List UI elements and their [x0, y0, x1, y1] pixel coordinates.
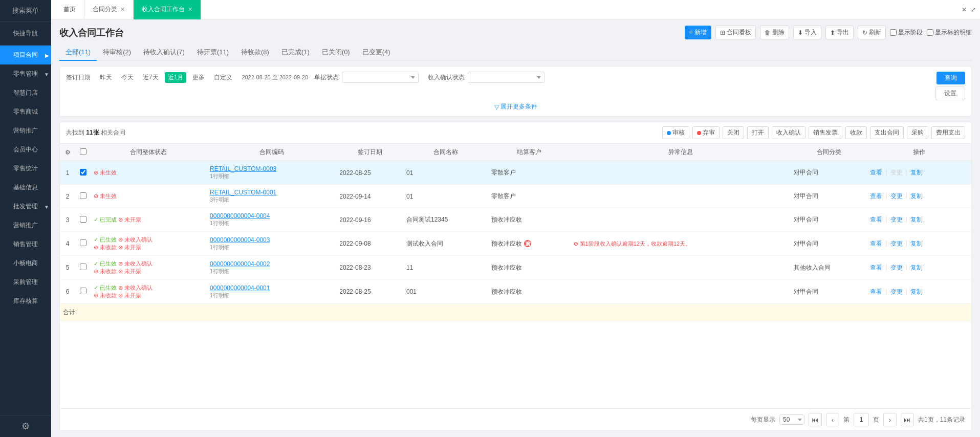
status-tab-pending-income-confirm[interactable]: 待收入确认(7)	[137, 45, 191, 61]
sidebar-item-project[interactable]: 项目合同 ▶	[0, 46, 51, 64]
tab-contract-category[interactable]: 合同分类 ✕	[84, 0, 134, 19]
row-contract-code[interactable]: RETAIL_CUSTOM-00031行明细	[207, 161, 336, 185]
show-detail-input[interactable]	[927, 29, 933, 36]
action-link-变更[interactable]: 变更	[890, 168, 903, 177]
row-select-checkbox[interactable]	[80, 216, 86, 223]
action-link-变更[interactable]: 变更	[890, 215, 903, 224]
row-select-checkbox[interactable]	[80, 239, 86, 246]
expand-more-btn[interactable]: ▽ 展开更多条件	[494, 102, 537, 111]
settings-filter-button[interactable]: 设置	[935, 86, 965, 100]
import-button[interactable]: ⬇ 导入	[793, 26, 821, 39]
table-scroll[interactable]: ⚙ 合同整体状态 合同编码 签订日期 合同名称 结算客户 异常信息 合同分类 操…	[60, 144, 971, 408]
tab-income-contract[interactable]: 收入合同工作台 ✕	[134, 0, 201, 19]
action-link-查看[interactable]: 查看	[870, 168, 882, 177]
action-abandon[interactable]: 弃审	[692, 126, 720, 139]
export-button[interactable]: ⬆ 导出	[825, 26, 854, 39]
show-detail-checkbox[interactable]: 显示标的明细	[927, 28, 972, 37]
sidebar-item-stock-calc[interactable]: 库存核算	[0, 292, 51, 311]
sidebar-item-basic-info[interactable]: 基础信息	[0, 178, 51, 197]
action-link-变更[interactable]: 变更	[890, 239, 903, 248]
income-confirm-select[interactable]	[468, 72, 545, 83]
last-page-btn[interactable]: ⏭	[901, 413, 914, 426]
search-button[interactable]: 查询	[937, 72, 965, 84]
sidebar-item-retail-stats[interactable]: 零售统计	[0, 159, 51, 178]
action-link-复制[interactable]: 复制	[910, 264, 923, 272]
close-icon[interactable]: ✕	[188, 6, 192, 13]
action-link-查看[interactable]: 查看	[870, 192, 882, 201]
next-page-btn[interactable]: ›	[883, 413, 897, 426]
date-btn-1month[interactable]: 近1月	[165, 72, 187, 83]
sidebar-item-member[interactable]: 会员中心	[0, 140, 51, 159]
doc-status-select[interactable]	[342, 72, 419, 83]
action-link-查看[interactable]: 查看	[870, 239, 882, 248]
contract-code-link[interactable]: 0000000000004-0003	[210, 236, 270, 244]
status-tab-closed[interactable]: 已关闭(0)	[316, 45, 356, 61]
status-tab-changed[interactable]: 已变更(4)	[356, 45, 397, 61]
prev-page-btn[interactable]: ‹	[826, 413, 839, 426]
sidebar-item-wholesale-mgmt[interactable]: 批发管理 ▼	[0, 197, 51, 216]
per-page-select[interactable]: 50 10 20 100	[779, 414, 804, 425]
action-close[interactable]: 关闭	[723, 126, 744, 139]
action-link-查看[interactable]: 查看	[870, 288, 882, 296]
first-page-btn[interactable]: ⏮	[809, 413, 822, 426]
new-button[interactable]: + 新增	[685, 26, 711, 39]
date-btn-custom[interactable]: 自定义	[211, 72, 235, 83]
date-btn-more[interactable]: 更多	[189, 72, 208, 83]
action-open[interactable]: 打开	[747, 126, 769, 139]
action-expense-out[interactable]: 费用支出	[931, 126, 965, 139]
action-review[interactable]: 审核	[662, 126, 689, 139]
status-tab-all[interactable]: 全部(11)	[59, 45, 97, 61]
show-stage-input[interactable]	[890, 29, 897, 36]
sidebar-item-marketing[interactable]: 营销推广	[0, 121, 51, 140]
action-link-复制[interactable]: 复制	[910, 239, 923, 248]
action-link-变更[interactable]: 变更	[890, 288, 903, 296]
action-payment[interactable]: 收款	[845, 126, 867, 139]
contract-code-link[interactable]: 0000000000004-0002	[210, 260, 270, 268]
sidebar-item-purchase-mgmt[interactable]: 采购管理	[0, 273, 51, 292]
refresh-button[interactable]: ↻ 刷新	[858, 26, 886, 39]
sidebar-item-marketing2[interactable]: 营销推广	[0, 216, 51, 235]
sidebar-item-sales-mgmt[interactable]: 销售管理	[0, 235, 51, 254]
row-contract-code[interactable]: 0000000000004-00031行明细	[207, 232, 336, 256]
date-btn-today[interactable]: 今天	[118, 72, 137, 83]
sidebar-item-xiaochangec[interactable]: 小畅电商	[0, 254, 51, 273]
status-tab-completed[interactable]: 已完成(1)	[275, 45, 316, 61]
row-contract-code[interactable]: RETAIL_CUSTOM-00013行明细	[207, 185, 336, 208]
maximize-window-icon[interactable]: ⤢	[971, 6, 976, 13]
row-select-checkbox[interactable]	[80, 169, 86, 176]
date-btn-yesterday[interactable]: 昨天	[97, 72, 115, 83]
action-purchase[interactable]: 采购	[907, 126, 928, 139]
action-link-复制[interactable]: 复制	[910, 215, 923, 224]
select-all-checkbox[interactable]	[80, 148, 86, 155]
close-window-icon[interactable]: ✕	[962, 6, 967, 13]
col-settings[interactable]: ⚙	[60, 144, 75, 161]
action-link-变更[interactable]: 变更	[890, 264, 903, 272]
date-btn-7days[interactable]: 近7天	[140, 72, 162, 83]
sidebar-search[interactable]: 搜索菜单	[0, 0, 51, 22]
board-button[interactable]: ⊞ 合同看板	[715, 26, 756, 39]
status-tab-pending-payment[interactable]: 待收款(8)	[235, 45, 275, 61]
row-contract-code[interactable]: 0000000000004-00011行明细	[207, 280, 336, 304]
contract-code-link[interactable]: 0000000000004-0004	[210, 212, 270, 220]
close-icon[interactable]: ✕	[120, 6, 125, 13]
action-link-查看[interactable]: 查看	[870, 264, 882, 272]
row-contract-code[interactable]: 0000000000004-00041行明细	[207, 208, 336, 232]
sidebar-item-retail-mgmt[interactable]: 零售管理 ▼	[0, 64, 51, 83]
status-tab-pending-invoice[interactable]: 待开票(11)	[191, 45, 235, 61]
show-stage-checkbox[interactable]: 显示阶段	[890, 28, 923, 37]
row-select-checkbox[interactable]	[80, 264, 86, 270]
row-select-checkbox[interactable]	[80, 288, 86, 294]
action-link-复制[interactable]: 复制	[910, 192, 923, 201]
sidebar-item-smart-store[interactable]: 智慧门店	[0, 83, 51, 102]
row-select-checkbox[interactable]	[80, 192, 86, 199]
action-payout-contract[interactable]: 支出合同	[870, 126, 904, 139]
delete-button[interactable]: 🗑 删除	[760, 26, 789, 39]
action-link-查看[interactable]: 查看	[870, 215, 882, 224]
gear-icon[interactable]: ⚙	[21, 421, 30, 432]
action-income-confirm[interactable]: 收入确认	[772, 126, 805, 139]
row-contract-code[interactable]: 0000000000004-00021行明细	[207, 256, 336, 280]
tab-home[interactable]: 首页	[55, 0, 84, 19]
contract-code-link[interactable]: 0000000000004-0001	[210, 285, 270, 292]
action-link-复制[interactable]: 复制	[910, 168, 923, 177]
sidebar-item-retail-mall[interactable]: 零售商城	[0, 102, 51, 121]
